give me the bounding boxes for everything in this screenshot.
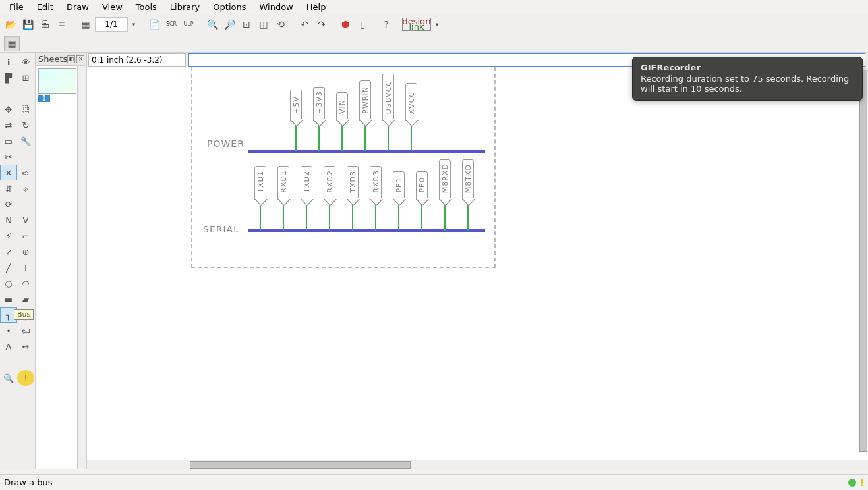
mirror-tool-icon[interactable]: ⇄ (0, 117, 17, 133)
menu-tools[interactable]: Tools (129, 1, 163, 13)
value-tool-icon[interactable]: V (17, 212, 34, 228)
net-pin (467, 204, 469, 231)
net-label[interactable]: PE0 (416, 171, 428, 200)
stop-icon[interactable]: ⬢ (337, 16, 353, 32)
layer-dropdown-icon[interactable]: ▾ (129, 21, 138, 28)
net-label[interactable]: USBVCC (382, 74, 394, 121)
net-pin (318, 125, 320, 151)
status-dot-icon (848, 479, 856, 487)
net-label[interactable]: TXD3 (347, 166, 359, 200)
info-tool-icon[interactable]: ℹ (0, 54, 17, 70)
menu-file[interactable]: File (3, 1, 30, 13)
change-tool-icon[interactable]: 🔧 (17, 133, 34, 149)
net-label[interactable]: VIN (336, 92, 348, 121)
attribute-tool-icon[interactable]: A (0, 339, 17, 354)
designlink-dropdown-icon[interactable]: ▾ (432, 21, 442, 28)
split-tool-icon[interactable]: ⤢ (0, 244, 17, 259)
replace-tool-icon[interactable]: ⟳ (0, 196, 17, 212)
script2-icon[interactable]: ULP (181, 16, 196, 32)
circle-tool-icon[interactable]: ○ (0, 275, 17, 291)
menu-draw[interactable]: Draw (60, 1, 96, 13)
layer-tool-icon[interactable]: ▛ (0, 70, 17, 86)
zoom-redraw-icon[interactable]: ⟲ (273, 16, 289, 32)
sheets-detach-icon[interactable]: ◧ (67, 55, 75, 63)
polygon-tool-icon[interactable]: ▰ (17, 291, 34, 307)
grid-style-icon[interactable]: ▦ (4, 36, 20, 51)
sheets-title: Sheets (38, 54, 67, 64)
bus-power[interactable] (248, 150, 485, 153)
sheet-icon[interactable]: 📄 (146, 16, 162, 32)
bus-tool-icon[interactable]: ┓ Bus (0, 307, 17, 323)
menu-library[interactable]: Library (163, 1, 206, 13)
cam-icon[interactable]: ⌗ (54, 16, 70, 32)
rotate-tool-icon[interactable]: ↻ (17, 117, 34, 133)
arc-tool-icon[interactable]: ◠ (17, 275, 34, 291)
move-tool-icon[interactable]: ✥ (0, 101, 17, 117)
cut-tool-icon[interactable]: ✂ (0, 149, 17, 165)
notification-title: GIFRecorder (641, 63, 854, 72)
canvas-hscroll[interactable] (87, 460, 868, 469)
erc-tool-icon[interactable]: 🔍 (0, 370, 17, 386)
smash-tool-icon[interactable]: ⚡ (0, 228, 17, 244)
redo-icon[interactable]: ↷ (314, 16, 330, 32)
net-label[interactable]: XVCC (405, 83, 417, 121)
net-label[interactable]: RXD3 (370, 166, 382, 200)
menu-view[interactable]: View (96, 1, 129, 13)
zoom-in-icon[interactable]: 🔍 (204, 16, 220, 32)
net-label[interactable]: TXD1 (254, 166, 266, 200)
menu-help[interactable]: Help (300, 1, 333, 13)
dimension-tool-icon[interactable]: ↔ (17, 339, 34, 354)
gateswap-tool-icon[interactable]: ⟐ (17, 180, 34, 196)
undo-icon[interactable]: ↶ (297, 16, 312, 32)
zoom-out-icon[interactable]: 🔎 (221, 16, 237, 32)
save-icon[interactable]: 💾 (20, 16, 36, 32)
net-label[interactable]: RXD1 (277, 166, 289, 200)
zoom-fit-icon[interactable]: ⊡ (239, 16, 254, 32)
wire-tool-icon[interactable]: ╱ (0, 259, 17, 275)
zoom-select-icon[interactable]: ◫ (256, 16, 272, 32)
group-tool-icon[interactable]: ▭ (0, 133, 17, 149)
help-icon[interactable]: ? (378, 16, 394, 32)
show-tool-icon[interactable]: 👁 (17, 54, 34, 70)
menu-edit[interactable]: Edit (30, 1, 60, 13)
open-icon[interactable]: 📂 (3, 16, 18, 32)
net-pin (421, 204, 422, 231)
board-icon[interactable]: ▦ (78, 16, 94, 32)
sheets-close-icon[interactable]: × (76, 55, 84, 63)
layer-select[interactable]: 1/1 (95, 17, 128, 32)
net-label[interactable]: RXD2 (324, 166, 335, 200)
menu-window[interactable]: Window (252, 1, 299, 13)
designlink-button[interactable]: design link (402, 18, 431, 31)
errors-tool-icon[interactable]: ! (17, 370, 34, 386)
copy-tool-icon[interactable]: ⿻ (17, 101, 34, 117)
net-label[interactable]: +3V3 (313, 87, 325, 121)
net-label[interactable]: M8TXD (462, 159, 474, 200)
bus-label-serial: SERIAL (203, 224, 239, 234)
go-icon[interactable]: ▯ (355, 16, 370, 32)
add-tool-icon[interactable]: ➪ (17, 165, 34, 180)
print-icon[interactable]: 🖶 (37, 16, 53, 32)
invoke-tool-icon[interactable]: ⊕ (17, 244, 34, 259)
miter-tool-icon[interactable]: ⌐ (17, 228, 34, 244)
rect-tool-icon[interactable]: ▬ (0, 291, 17, 307)
net-label[interactable]: PWRIN (359, 80, 371, 121)
script1-icon[interactable]: SCR (163, 16, 179, 32)
sheet-page-badge: 1 (38, 95, 50, 102)
name-tool-icon[interactable]: N (0, 212, 17, 228)
sheet-thumbnail[interactable] (38, 68, 76, 94)
delete-tool-icon[interactable]: ✕ (0, 165, 17, 180)
menu-options[interactable]: Options (206, 1, 252, 13)
schematic-canvas[interactable]: POWER SERIAL +5V+3V3VINPWRINUSBVCCXVCCTX… (87, 67, 868, 460)
junction-tool-icon[interactable]: • (0, 323, 17, 339)
mark-tool-icon[interactable]: ⊞ (17, 70, 34, 86)
text-tool-icon[interactable]: T (17, 259, 34, 275)
net-label[interactable]: +5V (290, 90, 302, 121)
net-label[interactable]: PE1 (393, 171, 405, 200)
net-label[interactable]: M8RXD (439, 159, 451, 200)
status-bar: Draw a bus ! (0, 474, 868, 490)
canvas-vscroll[interactable] (859, 67, 868, 450)
net-label[interactable]: TXD2 (301, 166, 312, 200)
label-tool-icon[interactable]: 🏷 (17, 323, 34, 339)
sheets-scrollbar[interactable] (77, 66, 86, 469)
pinswap-tool-icon[interactable]: ⇵ (0, 180, 17, 196)
